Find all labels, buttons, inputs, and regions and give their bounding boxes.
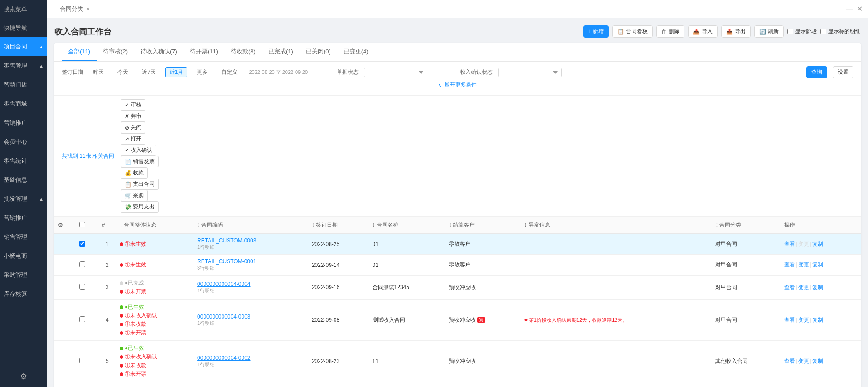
sidebar-item-purchase[interactable]: 采购管理 <box>0 266 47 285</box>
op-变更-link: 变更 <box>798 241 809 247</box>
op-复制-link[interactable]: 复制 <box>812 284 823 290</box>
row-select-checkbox[interactable] <box>79 261 85 267</box>
filter-tab-pending-review[interactable]: 待审核(2) <box>97 43 134 61</box>
sidebar-item-retail[interactable]: 零售管理▲ <box>0 56 47 75</box>
action-open-button[interactable]: ↗打开 <box>121 133 145 145</box>
sidebar-item-wholesale[interactable]: 批发管理▲ <box>0 189 47 208</box>
action-expense-out-button[interactable]: 💸费用支出 <box>121 201 159 213</box>
refresh-button[interactable]: 🔄 刷新 <box>754 25 784 38</box>
tab-close-contract-category[interactable]: ✕ <box>86 0 90 18</box>
row-code: 0000000000004-0003 1行明细 <box>194 300 308 341</box>
row-checkbox <box>76 234 98 255</box>
status-tag-green: ●已生效 <box>120 344 190 352</box>
show-detail-checkbox[interactable]: 显示标的明细 <box>820 28 861 35</box>
sidebar-item-smart-store[interactable]: 智慧门店 <box>0 75 47 94</box>
minimize-icon[interactable]: — <box>846 5 853 13</box>
date-last1month[interactable]: 近1月 <box>165 67 188 77</box>
add-button[interactable]: + 新增 <box>583 25 609 38</box>
action-sales-invoice-button[interactable]: 📄销售发票 <box>121 156 159 167</box>
settings-button[interactable]: 设置 <box>833 66 853 78</box>
action-close-button[interactable]: ⊘关闭 <box>121 122 145 133</box>
sidebar-item-retail-mall[interactable]: 零售商城 <box>0 94 47 113</box>
date-today[interactable]: 今天 <box>113 67 132 77</box>
sidebar-item-member[interactable]: 会员中心 <box>0 132 47 151</box>
filter-tab-closed[interactable]: 已关闭(0) <box>300 43 337 61</box>
export-button[interactable]: 📤 导出 <box>721 25 751 38</box>
refresh-icon: 🔄 <box>759 29 766 35</box>
op-复制-link[interactable]: 复制 <box>812 241 823 247</box>
doc-status-select[interactable] <box>364 68 427 77</box>
show-fields-checkbox[interactable]: 显示阶段 <box>787 28 817 35</box>
row-select-checkbox[interactable] <box>79 358 85 363</box>
op-divider: | <box>796 284 797 290</box>
op-查看-link[interactable]: 查看 <box>784 284 795 290</box>
sidebar-item-marketing2[interactable]: 营销推广 <box>0 208 47 227</box>
action-income-confirm-button[interactable]: ✓收入确认 <box>121 145 156 156</box>
sidebar-item-marketing[interactable]: 营销推广 <box>0 113 47 132</box>
op-复制-link[interactable]: 复制 <box>812 358 823 364</box>
row-select-checkbox[interactable] <box>79 241 85 247</box>
op-变更-link[interactable]: 变更 <box>798 317 809 323</box>
date-custom[interactable]: 自定义 <box>217 67 242 77</box>
tab-contract-category[interactable]: 合同分类✕ <box>53 0 115 18</box>
contract-code-link[interactable]: RETAIL_CUSTOM-0003 <box>197 237 256 244</box>
op-查看-link[interactable]: 查看 <box>784 317 795 323</box>
sidebar-nav[interactable]: 快捷导航 <box>0 19 47 37</box>
gear-icon[interactable]: ⚙ <box>20 372 27 382</box>
row-num: 5 <box>98 341 116 382</box>
sidebar-item-sales-mgmt[interactable]: 销售管理 <box>0 227 47 247</box>
row-select-checkbox[interactable] <box>79 284 85 290</box>
query-button[interactable]: 查询 <box>806 66 827 78</box>
op-查看-link[interactable]: 查看 <box>784 358 795 364</box>
row-settings <box>54 255 76 276</box>
row-sign-date: 2022-08-25 <box>308 234 369 255</box>
date-yesterday[interactable]: 昨天 <box>89 67 108 77</box>
filter-tab-pending-invoice[interactable]: 待开票(11) <box>184 43 224 61</box>
expand-filter-button[interactable]: ∨ 展开更多条件 <box>62 81 853 89</box>
date-last7[interactable]: 近7天 <box>138 67 160 77</box>
row-status: ①未生效 <box>116 234 194 255</box>
action-purchase-button[interactable]: 🛒采购 <box>121 190 148 201</box>
date-more[interactable]: 更多 <box>193 67 212 77</box>
action-payment-button[interactable]: 💰收款 <box>121 167 148 179</box>
filter-tab-pending-confirm[interactable]: 待收入确认(7) <box>134 43 184 61</box>
sidebar-label-retail-mall: 零售商城 <box>4 100 27 108</box>
row-select-checkbox[interactable] <box>79 316 85 322</box>
sidebar-item-inventory[interactable]: 库存核算 <box>0 285 47 304</box>
contract-code-link[interactable]: 0000000000004-0004 <box>197 281 250 287</box>
filter-tab-pending-payment[interactable]: 待收款(8) <box>224 43 262 61</box>
op-查看-link[interactable]: 查看 <box>784 241 795 247</box>
delete-button[interactable]: 🗑 删除 <box>656 25 684 38</box>
filter-tab-all[interactable]: 全部(11) <box>62 43 97 61</box>
kanban-button[interactable]: 📋 合同看板 <box>612 25 653 38</box>
contract-code-link[interactable]: RETAIL_CUSTOM-0001 <box>197 258 256 265</box>
contract-code-link[interactable]: 0000000000004-0002 <box>197 355 250 361</box>
sidebar-item-basic-info[interactable]: 基础信息 <box>0 170 47 189</box>
op-复制-link[interactable]: 复制 <box>812 317 823 323</box>
select-all-checkbox[interactable] <box>79 222 85 227</box>
table-row: 4 ●已生效①未收入确认①未收款①未开票 0000000000004-0003 … <box>54 300 861 341</box>
row-num: 4 <box>98 300 116 341</box>
action-abandon-button[interactable]: ✗弃审 <box>121 111 145 122</box>
filter-tab-changed[interactable]: 已变更(4) <box>337 43 375 61</box>
confirm-status-select[interactable] <box>498 68 562 77</box>
filter-tab-completed[interactable]: 已完成(1) <box>262 43 300 61</box>
action-out-contract-button[interactable]: 📋支出合同 <box>121 179 159 190</box>
sidebar-search[interactable]: 搜索菜单 <box>0 0 47 19</box>
sidebar-item-xiaochang[interactable]: 小畅电商 <box>0 247 47 266</box>
op-变更-link[interactable]: 变更 <box>798 358 809 364</box>
sidebar-label-purchase: 采购管理 <box>4 271 27 279</box>
sidebar-item-retail-stats[interactable]: 零售统计 <box>0 151 47 170</box>
page-header: 收入合同工作台 + 新增 📋 合同看板 🗑 删除 📥 导入 📤 导出 <box>54 25 861 38</box>
col-sign-date: ↕ 签订日期 <box>308 217 369 234</box>
action-review-button[interactable]: ✓审核 <box>121 99 145 111</box>
close-icon[interactable]: ✕ <box>857 5 863 13</box>
op-复制-link[interactable]: 复制 <box>812 261 823 268</box>
op-变更-link[interactable]: 变更 <box>798 284 809 290</box>
col-settings[interactable]: ⚙ <box>54 217 76 234</box>
op-变更-link[interactable]: 变更 <box>798 261 809 268</box>
import-button[interactable]: 📥 导入 <box>688 25 718 38</box>
op-查看-link[interactable]: 查看 <box>784 261 795 268</box>
contract-code-link[interactable]: 0000000000004-0003 <box>197 314 250 320</box>
sidebar-item-project[interactable]: 项目合同▲ <box>0 37 47 56</box>
